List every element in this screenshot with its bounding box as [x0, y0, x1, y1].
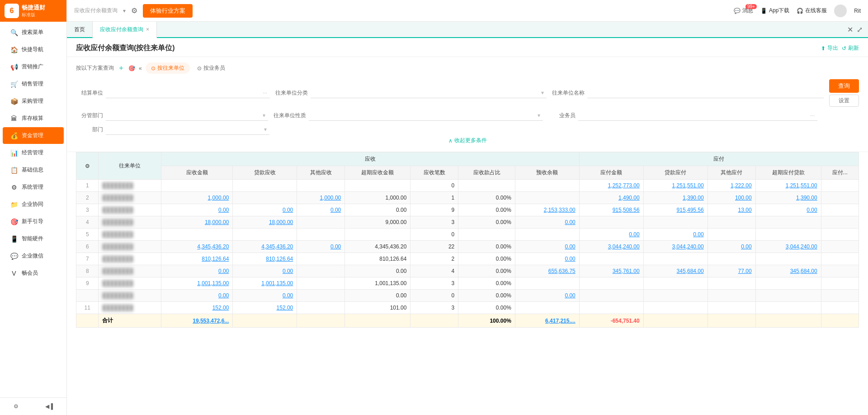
topbar-right: 💬 消息 99+ 📱 App下载 🎧 在线客服 Rit	[734, 5, 861, 17]
scheme-collapse-btn[interactable]: «	[139, 65, 142, 72]
filter-input-nature[interactable]: ▾	[309, 110, 542, 121]
chevron-nature: ▾	[538, 112, 540, 119]
sidebar-item-采购管理[interactable]: 📦采购管理	[3, 93, 64, 110]
sidebar-item-快捷导航[interactable]: 🏠快捷导航	[3, 41, 64, 58]
sidebar-item-智能硬件[interactable]: 📱智能硬件	[3, 230, 64, 247]
sidebar-item-企业微信[interactable]: 💬企业微信	[3, 248, 64, 264]
user-name[interactable]: Rit	[854, 8, 861, 14]
sidebar-icon: 🏠	[10, 46, 18, 53]
sidebar-item-营销推广[interactable]: 📢营销推广	[3, 58, 64, 75]
header-actions: ⬆ 导出 ↺ 刷新	[821, 44, 859, 52]
query-btn[interactable]: 查询	[829, 79, 859, 93]
settings-btn[interactable]: 设置	[829, 95, 859, 107]
filter-input-name[interactable]	[587, 88, 824, 98]
sidebar-icon: 🏛	[10, 115, 18, 122]
footer-ap-amount: -654,751.40	[579, 314, 643, 328]
col-ar-other: 其他应收	[297, 166, 345, 180]
sidebar-item-库存核算[interactable]: 🏛库存核算	[3, 110, 64, 127]
col-partner: 往来单位	[99, 153, 161, 180]
cell-partner-name: ████████	[99, 253, 161, 265]
table-row: 3████████0.000.000.000.0090.00%2,153,333…	[76, 204, 859, 216]
chevron-category: ▾	[541, 90, 544, 96]
filter-row-3: 部门 ▾	[76, 124, 859, 135]
scheme-by-partner[interactable]: ⊙ 按往来单位	[146, 62, 190, 74]
logo-icon: 6	[5, 4, 19, 18]
sidebar-label: 智能硬件	[22, 235, 43, 243]
tab-ar-label: 应收应付余额查询	[100, 26, 143, 33]
settings-bottom-btn[interactable]: ⚙	[10, 401, 22, 411]
app-label: App下载	[769, 7, 789, 14]
app-icon: 📱	[760, 8, 767, 14]
sidebar-item-资金管理[interactable]: 💰资金管理	[3, 127, 64, 144]
topbar-breadcrumb: 应收应付余额查询	[74, 7, 118, 14]
scheme-target-btn[interactable]: 🎯	[128, 65, 135, 72]
footer-ar-ratio: 100.00%	[458, 314, 515, 328]
sidebar-item-基础信息[interactable]: 📋基础信息	[3, 162, 64, 178]
filter-field-dept2: 部门 ▾	[76, 124, 269, 135]
sidebar-icon: 💬	[10, 253, 18, 260]
logo-text-block: 畅捷通财 标准版	[22, 4, 45, 18]
scheme-by-staff[interactable]: ⊙ 按业务员	[193, 63, 229, 73]
sidebar-item-新手引导[interactable]: 🎯新手引导	[3, 213, 64, 230]
sidebar-label: 基础信息	[22, 166, 43, 174]
tab-expand-icon[interactable]: ⤢	[857, 25, 863, 34]
content-header: 应收应付余额查询(按往来单位) ⬆ 导出 ↺ 刷新	[67, 38, 868, 57]
sidebar: 6 畅捷通财 标准版 🔍搜索菜单🏠快捷导航📢营销推广🛒销售管理📦采购管理🏛库存核…	[0, 0, 67, 415]
table-container[interactable]: ⚙ 往来单位 应收 应付 应收金额 贷款应收 其他应收 超期应收金额 应收笔数 …	[67, 152, 868, 415]
sidebar-item-经营管理[interactable]: 📊经营管理	[3, 144, 64, 161]
user-avatar[interactable]	[834, 5, 847, 17]
add-scheme-btn[interactable]: ＋	[118, 63, 125, 73]
filter-input-staff[interactable]: ···	[578, 110, 817, 121]
tabbar: 首页 应收应付余额查询 × ✕ ⤢	[67, 22, 868, 38]
refresh-icon: ↺	[842, 45, 846, 52]
sidebar-item-畅会员[interactable]: V畅会员	[3, 265, 64, 281]
sidebar-item-销售管理[interactable]: 🛒销售管理	[3, 76, 64, 92]
sidebar-icon: ⚙	[10, 184, 18, 191]
topbar-chevron[interactable]: ▾	[123, 8, 126, 14]
service-btn[interactable]: 🎧 在线客服	[797, 7, 827, 14]
sidebar-item-搜索菜单[interactable]: 🔍搜索菜单	[3, 24, 64, 41]
service-icon: 🎧	[797, 8, 803, 14]
sidebar-item-企业协同[interactable]: 📁企业协同	[3, 196, 64, 213]
chevron-dept2: ▾	[264, 126, 267, 133]
col-settings[interactable]: ⚙	[76, 153, 99, 180]
sidebar-label: 快捷导航	[22, 46, 43, 53]
sidebar-label: 经营管理	[22, 149, 43, 157]
col-ar-prepay: 预收余额	[515, 166, 579, 180]
col-ar-loan: 贷款应收	[233, 166, 297, 180]
tab-close-icon[interactable]: ✕	[847, 25, 853, 34]
filter-input-company[interactable]: ···	[106, 88, 270, 98]
message-btn[interactable]: 💬 消息 99+	[734, 7, 753, 14]
collapse-sidebar-btn[interactable]: ◀▐	[42, 401, 57, 411]
sidebar-logo: 6 畅捷通财 标准版	[0, 0, 66, 22]
col-ar-overdue: 超期应收金额	[345, 166, 410, 180]
table-row: 8████████0.000.000.0040.00%655,636.75345…	[76, 265, 859, 277]
tab-home[interactable]: 首页	[67, 21, 93, 38]
filter-input-dept[interactable]: ▾	[106, 110, 268, 121]
tab-ar-close[interactable]: ×	[146, 26, 149, 33]
topbar-gear-icon[interactable]: ⚙	[131, 6, 137, 15]
export-btn[interactable]: ⬆ 导出	[821, 44, 838, 52]
footer-empty	[76, 314, 99, 328]
sidebar-nav: 🔍搜索菜单🏠快捷导航📢营销推广🛒销售管理📦采购管理🏛库存核算💰资金管理📊经营管理…	[0, 22, 66, 397]
field-label-dept: 分管部门	[76, 112, 103, 119]
cell-partner-name: ████████	[99, 290, 161, 302]
footer-ar-overdue	[345, 314, 410, 328]
sidebar-icon: 🛒	[10, 81, 18, 88]
tab-ar-query[interactable]: 应收应付余额查询 ×	[93, 22, 157, 38]
filter-input-category[interactable]: ▾	[311, 88, 547, 98]
refresh-btn[interactable]: ↺ 刷新	[842, 44, 859, 52]
col-group-ar: 应收	[161, 153, 580, 166]
app-download-btn[interactable]: 📱 App下载	[760, 7, 789, 14]
table-row: 4████████18,000.0018,000.009,000.0030.00…	[76, 216, 859, 229]
sidebar-item-系统管理[interactable]: ⚙系统管理	[3, 179, 64, 196]
sidebar-icon: 📁	[10, 201, 18, 208]
cell-partner-name: ████████	[99, 277, 161, 290]
promo-button[interactable]: 体验行业方案	[143, 4, 193, 18]
col-ar-amount: 应收金额	[161, 166, 233, 180]
cell-partner-name: ████████	[99, 241, 161, 253]
filter-input-dept2[interactable]: ▾	[106, 124, 269, 135]
collapse-filter-btn[interactable]: ∧ 收起更多条件	[76, 135, 859, 146]
sidebar-label: 企业微信	[22, 252, 43, 260]
table-row: 7████████810,126.64810,126.64810,126.642…	[76, 253, 859, 265]
